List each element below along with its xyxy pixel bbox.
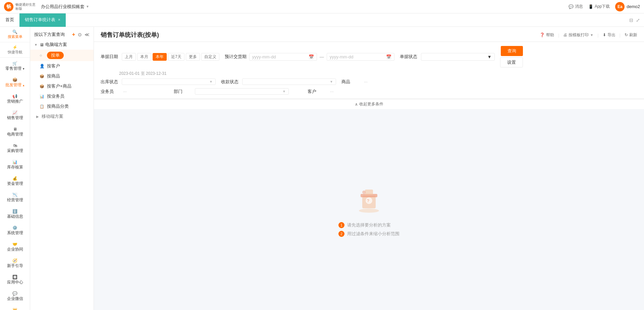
message-action[interactable]: 💬 消息 <box>569 4 583 9</box>
scheme-item-by-salesperson[interactable]: 📊 按业务员 <box>30 91 94 101</box>
purchase-label: 采购管理 <box>7 148 23 154</box>
date-btn-more[interactable]: 更多 <box>186 53 200 61</box>
collapse-bar[interactable]: ∧ 收起更多条件 <box>94 99 644 109</box>
sidebar-search[interactable]: 🔍 搜索菜单 <box>0 27 30 42</box>
empty-illustration: ? <box>352 182 386 217</box>
bill-status-select[interactable]: ▼ <box>421 53 495 61</box>
scheme-group-label: 电脑端方案 <box>45 42 67 48</box>
sidebar-item-operations[interactable]: 📉 经营管理 <box>0 189 30 206</box>
move-scheme-label: 移动端方案 <box>42 113 63 119</box>
scheme-item-by-goods[interactable]: 📦 按商品 <box>30 71 94 81</box>
scheme-item-by-order-icon: ○ <box>40 53 45 58</box>
scheme-item-by-customer-goods[interactable]: 📦 按客户+商品 <box>30 81 94 91</box>
customer-field: 客户 ··· <box>308 89 335 95</box>
retail-icon: 🛒 <box>12 61 17 66</box>
template-print-label: 按模板打印 <box>569 32 589 38</box>
sidebar-item-sales[interactable]: 📈 销售管理 <box>0 107 30 123</box>
sidebar-item-enterprise[interactable]: 🤝 企业协同 <box>0 239 30 255</box>
date-separator: — <box>320 54 324 59</box>
date-btn-last-7[interactable]: 近7天 <box>168 53 184 61</box>
expected-date-start-input[interactable] <box>252 54 309 59</box>
query-button[interactable]: 查询 <box>501 46 523 56</box>
scheme-item-by-customer[interactable]: 👤 按客户 <box>30 61 94 71</box>
payment-status-select[interactable]: ▼ <box>242 79 336 85</box>
salesperson-more-icon[interactable]: ··· <box>122 89 128 94</box>
scheme-item-by-category[interactable]: 📋 按商品分类 <box>30 101 94 111</box>
sidebar-item-marketing[interactable]: 📢 营销推广 <box>0 91 30 107</box>
retail-label: 零售管理 <box>5 66 21 71</box>
expected-date-label: 预计交货期 <box>225 54 247 60</box>
collapse-scheme-icon[interactable]: ≪ <box>85 32 90 37</box>
filter-bill-status-field: 单据状态 ▼ <box>400 53 495 61</box>
action-divider-2: | <box>597 33 598 38</box>
sidebar-item-finance[interactable]: 💰 资金管理 <box>0 173 30 189</box>
sidebar-item-appstore[interactable]: 🔲 应用中心 <box>0 271 30 288</box>
app-download-action[interactable]: 📱 App下载 <box>588 4 610 9</box>
sidebar-item-system[interactable]: ⚙️ 系统管理 <box>0 222 30 239</box>
goods-more-icon[interactable]: ··· <box>363 79 369 84</box>
finance-icon: 💰 <box>12 176 17 181</box>
marketing-label: 营销推广 <box>7 99 23 104</box>
payment-arrow-icon: ▼ <box>330 80 333 84</box>
department-select[interactable]: ▼ <box>195 88 289 95</box>
tab-minimize-icon[interactable]: ⊟ <box>629 17 633 23</box>
sidebar-item-retail[interactable]: 🛒 零售管理 ▾ <box>0 58 30 74</box>
refresh-button[interactable]: ↻ 刷新 <box>625 32 637 38</box>
empty-tips: 1 请先选择要分析的方案 2 用过滤条件来缩小分析范围 <box>338 222 399 237</box>
sidebar-item-members[interactable]: 👑 畅会员 <box>0 304 30 310</box>
sidebar-item-basic[interactable]: ℹ️ 基础信息 <box>0 206 30 222</box>
shipment-status-select[interactable]: ▼ <box>122 79 216 85</box>
svg-point-0 <box>359 209 379 213</box>
right-main: 销售订单统计表(按单) ❓ 帮助 | 🖨 按模板打印 ▼ | ⬇ <box>94 27 644 310</box>
sidebar-item-guide[interactable]: 🧭 新手引导 <box>0 255 30 271</box>
user-area[interactable]: Ea demo2 <box>615 2 640 11</box>
customer-more-icon[interactable]: ··· <box>329 89 335 94</box>
template-print-button[interactable]: 🖨 按模板打印 ▼ <box>563 32 593 38</box>
tab-home-label: 首页 <box>5 17 14 23</box>
sidebar-quick-nav[interactable]: ⚡ 快捷导航 <box>0 42 30 58</box>
scheme-panel-icons: + ⊙ ≪ <box>72 32 90 38</box>
refresh-icon: ↻ <box>625 33 628 37</box>
sidebar-item-ecommerce[interactable]: 🖥 电商管理 <box>0 123 30 140</box>
ecommerce-label: 电商管理 <box>7 132 23 137</box>
sidebar: 🔍 搜索菜单 ⚡ 快捷导航 🛒 零售管理 ▾ 📦 批发管理 ▴ <box>0 27 30 310</box>
sales-icon: 📈 <box>12 110 17 115</box>
wholesale-label: 批发管理 <box>5 82 21 88</box>
scheme-item-by-sp-label: 按业务员 <box>47 93 64 99</box>
tab-maximize-icon[interactable]: ⤢ <box>636 17 640 23</box>
add-scheme-icon[interactable]: + <box>72 32 75 38</box>
tab-home[interactable]: 首页 <box>0 13 19 27</box>
date-btn-custom[interactable]: 自定义 <box>201 53 219 61</box>
basic-label: 基础信息 <box>7 214 23 219</box>
date-btn-this-year[interactable]: 本年 <box>153 53 167 61</box>
edit-scheme-icon[interactable]: ⊙ <box>78 32 82 37</box>
tab-sales-order[interactable]: 销售订单统计表 × <box>19 13 66 27</box>
empty-tip-1: 1 请先选择要分析的方案 <box>338 222 399 228</box>
calendar-start-icon[interactable]: 📅 <box>309 54 314 59</box>
salesperson-label: 业务员 <box>101 89 119 95</box>
tab-close-icon[interactable]: × <box>58 17 60 22</box>
move-scheme-item[interactable]: ▶ 移动端方案 <box>30 111 94 121</box>
purchase-icon: 🛍 <box>13 143 17 148</box>
workspace-name: 办公用品行业模拟账套 <box>41 4 85 10</box>
sidebar-item-purchase[interactable]: 🛍 采购管理 <box>0 140 30 156</box>
scheme-group-header[interactable]: ▼ 🖥 电脑端方案 <box>30 40 94 50</box>
sidebar-item-wholesale[interactable]: 📦 批发管理 ▴ <box>0 74 30 91</box>
scheme-item-by-order[interactable]: ○ 按单 <box>30 50 94 61</box>
date-btn-this-month[interactable]: 本月 <box>137 53 151 61</box>
svg-point-6 <box>362 191 366 194</box>
calendar-end-icon[interactable]: 📅 <box>386 54 391 59</box>
scheme-item-by-sp-icon: 📊 <box>40 94 45 99</box>
help-button[interactable]: ❓ 帮助 <box>540 32 554 38</box>
sidebar-item-inventory[interactable]: 📊 库存核算 <box>0 156 30 173</box>
date-btn-last-month[interactable]: 上月 <box>122 53 136 61</box>
workspace-selector[interactable]: 办公用品行业模拟账套 ▼ <box>38 4 92 10</box>
bill-status-label: 单据状态 <box>400 54 418 60</box>
bill-status-arrow-icon: ▼ <box>487 54 492 59</box>
setting-button[interactable]: 设置 <box>500 57 523 67</box>
scheme-group-icon: 🖥 <box>40 42 44 47</box>
expected-date-end-input[interactable] <box>330 54 386 59</box>
export-button[interactable]: ⬇ 导出 <box>603 32 615 38</box>
filter-expected-date-field: 预计交货期 📅 — 📅 <box>225 53 394 61</box>
sidebar-item-wechat[interactable]: 💬 企业微信 <box>0 288 30 304</box>
